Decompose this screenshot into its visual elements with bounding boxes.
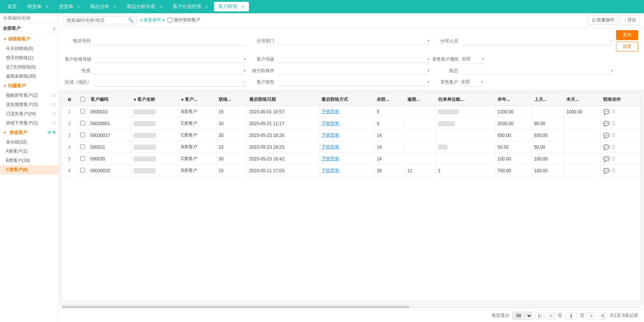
chat-icon[interactable]: 💬 <box>603 168 609 174</box>
th-gear[interactable]: ⚙ <box>62 93 77 106</box>
row-check[interactable] <box>77 118 88 130</box>
edit-icon-value[interactable]: ✎ <box>52 130 56 135</box>
sidebar-item-ungrp[interactable]: 未分组(32) <box>0 138 59 147</box>
row-last-method[interactable]: 下销货单 <box>319 165 374 177</box>
refresh-icon-value[interactable]: ↺ <box>47 130 51 135</box>
page-next-btn[interactable]: > <box>587 312 595 319</box>
nature-select[interactable]: ▾ <box>94 67 246 74</box>
th-contact: 联络... <box>216 93 247 106</box>
sidebar-item-churned[interactable]: 已流失客户(24) ⓘ <box>0 109 59 118</box>
batch-ops-btn[interactable]: ☑ 批量操作 <box>588 15 618 25</box>
scrollbar-track[interactable] <box>62 306 641 308</box>
query-btn[interactable]: 查询 <box>616 30 638 40</box>
cust-level-label: 客户等级 <box>249 56 274 63</box>
close-product-analysis-icon[interactable]: ✕ <box>113 4 116 9</box>
my-customers-checkbox[interactable] <box>168 18 172 22</box>
status-select[interactable]: ▾ <box>461 67 613 74</box>
row-cust-type: B类客户 <box>179 141 216 153</box>
more-conditions-btn[interactable]: ≡ 更多条件 ▾ <box>140 17 165 23</box>
more-icon[interactable]: ⠿ <box>612 168 615 174</box>
close-sales-icon[interactable]: ✕ <box>45 4 49 9</box>
scrollbar-thumb[interactable] <box>62 306 409 308</box>
row-last-method[interactable]: 下销货单 <box>319 153 374 165</box>
sidebar-item-hoarding[interactable]: 囤购异常客户(2) ⓘ <box>0 91 59 100</box>
row-last-method[interactable]: 下销货单 <box>319 130 374 141</box>
area-select[interactable]: ··· <box>94 78 246 86</box>
row-no: 4 <box>62 141 77 153</box>
select-all-checkbox[interactable] <box>80 97 85 102</box>
close-customer-tier-icon[interactable]: ✕ <box>205 4 208 9</box>
sidebar-item-tomorrow[interactable]: 明天待联络(1) <box>0 53 59 63</box>
close-purchase-icon[interactable]: ✕ <box>77 4 80 9</box>
more-icon[interactable]: ⠿ <box>612 156 615 162</box>
retail-cust-select[interactable]: 全部 ▾ <box>461 77 483 87</box>
group-pending-contact[interactable]: ▼ 待联络客户 <box>0 34 59 44</box>
sidebar-item-c-class[interactable]: C类客户(6) <box>0 165 59 174</box>
sidebar-item-churn-warning[interactable]: 流失预警客户(3) ⓘ <box>0 100 59 109</box>
nav-sales[interactable]: 销货单 ✕ <box>23 2 53 11</box>
dept-select[interactable]: ▾ <box>277 37 429 45</box>
phone-input[interactable] <box>94 37 246 45</box>
page-prev-btn[interactable]: < <box>547 312 555 319</box>
more-icon[interactable]: ⠿ <box>612 109 615 115</box>
person-dots-icon[interactable]: ··· <box>609 38 613 43</box>
all-customers-header[interactable]: 全部客户 « <box>0 23 59 34</box>
chat-icon[interactable]: 💬 <box>603 156 609 162</box>
more-icon[interactable]: ⠿ <box>612 132 615 138</box>
area-label: 区域（地区） <box>65 79 91 85</box>
nav-customer-tier[interactable]: 客户分层经营 ✕ <box>168 2 213 11</box>
close-customer-contact-icon[interactable]: ✕ <box>241 4 244 9</box>
row-check[interactable] <box>77 153 88 165</box>
area-dots-icon[interactable]: ··· <box>242 79 246 85</box>
sidebar-item-a-class[interactable]: A类客户(1) <box>0 147 59 156</box>
horizontal-scrollbar[interactable] <box>59 304 644 309</box>
row-check[interactable] <box>77 130 88 141</box>
cust-type-select[interactable]: ▾ <box>277 78 429 86</box>
nav-home[interactable]: 首页 <box>3 2 21 11</box>
sidebar-item-declining[interactable]: 持续下滑客户(2) ⓘ <box>0 118 59 128</box>
nav-product-analysis[interactable]: 商品分析 ✕ <box>86 2 121 11</box>
nav-purchase[interactable]: 进货单 ✕ <box>54 2 85 11</box>
search-icon[interactable]: 🔍 <box>128 18 134 23</box>
gear-icon[interactable]: ⚙ <box>67 97 71 102</box>
row-last-date: 2023-05-23 18:25: <box>247 141 319 153</box>
nav-customer-contact[interactable]: 客户联络 ✕ <box>214 2 249 11</box>
row-check[interactable] <box>77 106 88 118</box>
chat-icon[interactable]: 💬 <box>603 144 609 150</box>
more-icon[interactable]: ⠿ <box>612 121 615 127</box>
nav-product-list[interactable]: 商品分析列表 ✕ <box>122 2 167 11</box>
th-checkbox[interactable] <box>77 93 88 106</box>
sidebar-item-overdue[interactable]: 逾期未联络(30) <box>0 72 59 81</box>
row-check[interactable] <box>77 141 88 153</box>
retail-attr-select[interactable]: 全部 ▾ <box>462 54 484 64</box>
sidebar-search-input[interactable] <box>3 15 58 21</box>
payment-select[interactable]: ▾ <box>277 67 429 74</box>
page-last-btn[interactable]: >| <box>598 312 607 319</box>
page-number-input[interactable] <box>565 312 577 319</box>
row-this-year: 50.00 <box>495 141 532 153</box>
sidebar-item-b-class[interactable]: B类客户(33) <box>0 156 59 165</box>
set-btn[interactable]: 设置 <box>616 42 638 52</box>
chat-icon[interactable]: 💬 <box>603 109 609 115</box>
export-btn[interactable]: ↑ 导出 <box>621 15 640 25</box>
row-last-month: 95.00 <box>532 118 564 130</box>
sidebar-collapse-icon[interactable]: « <box>53 26 56 31</box>
price-level-select[interactable]: ▾ <box>94 56 246 63</box>
more-icon[interactable]: ⠿ <box>612 144 615 150</box>
row-last-method[interactable]: 下销货单 <box>319 106 374 118</box>
per-page-select[interactable]: 50 100 200 <box>512 312 532 320</box>
row-check[interactable] <box>77 165 88 177</box>
group-value-customers[interactable]: ▼ 价值客户 ↺ ✎ <box>0 128 59 138</box>
close-product-list-icon[interactable]: ✕ <box>159 4 162 9</box>
page-first-btn[interactable]: |< <box>535 312 544 319</box>
chat-icon[interactable]: 💬 <box>603 121 609 127</box>
sidebar-item-7days[interactable]: 近7天待联络(0) <box>0 63 59 72</box>
row-last-method[interactable]: 下销货单 <box>319 118 374 130</box>
search-input[interactable] <box>67 18 128 23</box>
cust-level-select[interactable]: ▾ <box>277 56 429 63</box>
person-select[interactable]: ··· <box>461 37 613 45</box>
group-problem-customers[interactable]: ▼ 问题客户 <box>0 81 59 91</box>
chat-icon[interactable]: 💬 <box>603 132 609 138</box>
row-last-method[interactable]: 下销货单 <box>319 141 374 153</box>
sidebar-item-today[interactable]: 今天待联络(0) <box>0 44 59 53</box>
